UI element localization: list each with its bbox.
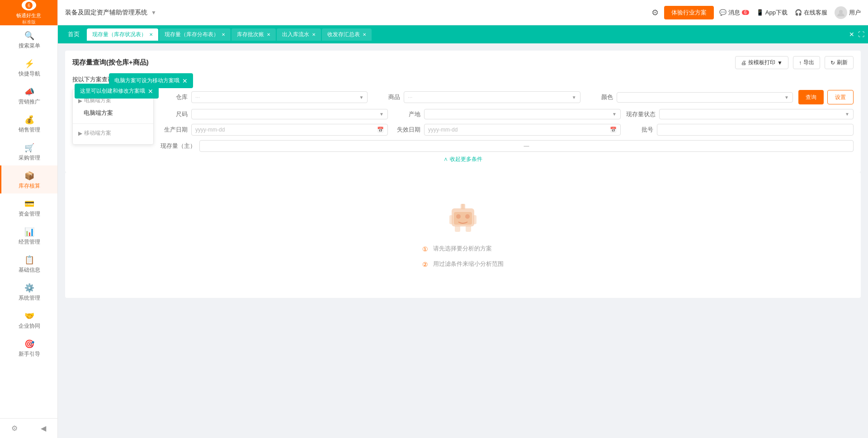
tab-close-icon[interactable]: ✕: [149, 32, 153, 37]
export-icon: ↑: [799, 60, 802, 66]
sidebar-item-label: 资金管理: [19, 210, 40, 218]
topbar-gear[interactable]: ⚙: [651, 8, 659, 18]
fullscreen-icon[interactable]: ⛶: [858, 31, 864, 38]
batch-label: 批号: [626, 126, 653, 134]
tip1-text: 请先选择要分析的方案: [433, 243, 492, 254]
tab-close-icon[interactable]: ✕: [267, 32, 270, 37]
search-btn[interactable]: 查询: [798, 90, 824, 104]
user-label: 用户: [849, 9, 861, 17]
sidebar-item-enterprise[interactable]: 🤝 企业协同: [0, 306, 57, 334]
tab-inventory-dist[interactable]: 现存量（库存分布表） ✕: [159, 28, 231, 41]
money-icon: 💰: [24, 115, 34, 125]
tab-close-icon[interactable]: ✕: [363, 32, 366, 37]
collapse-bar[interactable]: ∧ 收起更多条件: [72, 152, 854, 167]
filter-section: 按以下方案查询 + ✎ ← 电脑方案可设为移动方案哦 ✕: [72, 75, 854, 152]
tab-home[interactable]: 首页: [61, 28, 86, 41]
sidebar-item-basic[interactable]: 📋 基础信息: [0, 250, 57, 278]
svg-rect-4: [454, 212, 472, 225]
phone-icon: 📱: [756, 9, 764, 16]
sidebar-item-sales[interactable]: 💰 销售管理: [0, 109, 57, 137]
clipboard-icon: 📋: [24, 255, 34, 265]
expiry-date-input[interactable]: yyyy-mm-dd 📅: [424, 124, 621, 136]
tab-close-icon[interactable]: ✕: [222, 32, 225, 37]
megaphone-icon: 📣: [24, 87, 34, 97]
sidebar-item-quick-nav[interactable]: ⚡ 快捷导航: [0, 53, 57, 81]
page-actions: 🖨 按模板打印 ▼ ↑ 导出 ↻ 刷新: [735, 56, 854, 69]
stock-qty-max[interactable]: [532, 143, 850, 149]
filter-group-warehouse: 仓库 ··· ▼: [160, 91, 368, 103]
goods-select[interactable]: ··· ▼: [404, 91, 580, 103]
refresh-btn[interactable]: ↻ 刷新: [825, 56, 854, 69]
gear-icon: ⚙️: [24, 283, 34, 293]
export-btn[interactable]: ↑ 导出: [793, 56, 820, 69]
tab-label: 收发存汇总表: [327, 31, 360, 38]
collapse-label: 收起更多条件: [450, 156, 482, 162]
edit-scheme-popover-close[interactable]: ✕: [148, 88, 153, 95]
filter-rows-container: 仓库 ··· ▼ 商品 ··· ▼: [160, 90, 854, 152]
size-select[interactable]: ▼: [191, 109, 388, 119]
production-date-label: 生产日期: [160, 126, 188, 134]
expand-icon[interactable]: ▼: [151, 9, 156, 16]
empty-tips: ① 请先选择要分析的方案 ② 用过滤条件来缩小分析范围: [422, 243, 504, 271]
batch-input[interactable]: [657, 124, 854, 136]
cart-icon: 🛒: [24, 143, 34, 153]
sidebar-item-purchase[interactable]: 🛒 采购管理: [0, 137, 57, 165]
app-download-item[interactable]: 📱 App下载: [756, 9, 788, 17]
lightning-icon: ⚡: [24, 59, 34, 69]
trial-btn[interactable]: 体验行业方案: [664, 6, 714, 19]
size-label: 尺码: [160, 110, 188, 118]
sidebar-item-label: 系统管理: [19, 294, 40, 302]
print-template-btn[interactable]: 🖨 按模板打印 ▼: [735, 56, 788, 69]
sidebar-item-operations[interactable]: 📊 经营管理: [0, 221, 57, 250]
scheme-popover-close[interactable]: ✕: [182, 77, 188, 85]
origin-select[interactable]: ▼: [424, 109, 621, 119]
sidebar-item-finance[interactable]: 💳 资金管理: [0, 193, 57, 221]
sidebar-item-inventory[interactable]: 📦 库存核算: [0, 165, 57, 193]
collapse-up-icon: ∧: [443, 156, 448, 162]
filter-row-2: 尺码 ▼ 产地 ▼ 现存量状态: [160, 109, 854, 119]
filter-group-expiry-date: 失效日期 yyyy-mm-dd 📅: [393, 124, 621, 136]
app-sub: 标准版: [22, 19, 36, 25]
tabbar-end: ✕ ⛶: [849, 31, 864, 38]
reset-btn[interactable]: 设置: [827, 90, 854, 104]
settings-bottom-icon[interactable]: ⚙: [11, 424, 18, 433]
sidebar-item-marketing[interactable]: 📣 营销推广: [0, 81, 57, 109]
stock-qty-label: 现存量（主）: [160, 142, 196, 150]
tab-inventory-status[interactable]: 现存量（库存状况表） ✕: [87, 28, 158, 41]
tab-receive-summary[interactable]: 收发存汇总表 ✕: [322, 28, 372, 41]
sidebar-item-search-menu[interactable]: 🔍 搜索菜单: [0, 25, 57, 53]
warehouse-select[interactable]: ··· ▼: [191, 91, 368, 103]
chevron-down-icon: ▼: [845, 112, 849, 117]
user-item[interactable]: 用户: [835, 6, 861, 19]
message-item[interactable]: 💬 消息 6: [719, 9, 749, 17]
filter-group-goods: 商品 ··· ▼: [373, 91, 580, 103]
production-date-input[interactable]: yyyy-mm-dd 📅: [191, 124, 388, 136]
filter-group-size: 尺码 ▼: [160, 109, 388, 119]
color-select[interactable]: ▼: [617, 92, 793, 103]
origin-label: 产地: [393, 110, 420, 118]
close-all-icon[interactable]: ✕: [849, 31, 854, 38]
stock-qty-min[interactable]: [203, 143, 521, 149]
system-name-label: 装备及固定资产辅助管理系统: [65, 9, 147, 17]
collapse-sidebar-icon[interactable]: ◀: [41, 424, 46, 433]
scheme-item-pc[interactable]: 电脑端方案: [73, 106, 153, 120]
tip2-icon: ②: [422, 258, 430, 271]
page-content: 现存量查询(按仓库+商品) 🖨 按模板打印 ▼ ↑ 导出 ↻ 刷新: [58, 43, 868, 438]
scheme-group-mobile-header[interactable]: ▶ 移动端方案: [73, 127, 153, 139]
topbar: 装备及固定资产辅助管理系统 ▼ ⚙ 体验行业方案 💬 消息 6 📱 App下载 …: [58, 0, 868, 25]
chevron-right-icon: ▶: [78, 130, 82, 137]
message-badge: 6: [742, 10, 749, 15]
svg-rect-12: [466, 226, 471, 232]
filter-group-batch: 批号: [626, 124, 854, 136]
stock-qty-range: —: [199, 140, 854, 152]
sidebar-item-guide[interactable]: 🎯 新手引导: [0, 334, 57, 362]
range-separator: —: [524, 143, 529, 149]
tab-in-out-flow[interactable]: 出入库流水 ✕: [277, 28, 321, 41]
sidebar-item-system[interactable]: ⚙️ 系统管理: [0, 278, 57, 306]
tip1-icon: ①: [422, 243, 430, 255]
filter-group-origin: 产地 ▼: [393, 109, 621, 119]
tab-batch-account[interactable]: 库存批次账 ✕: [231, 28, 276, 41]
online-support-item[interactable]: 🎧 在线客服: [795, 9, 827, 17]
stock-status-select[interactable]: ▼: [659, 109, 854, 119]
tab-close-icon[interactable]: ✕: [312, 32, 316, 37]
